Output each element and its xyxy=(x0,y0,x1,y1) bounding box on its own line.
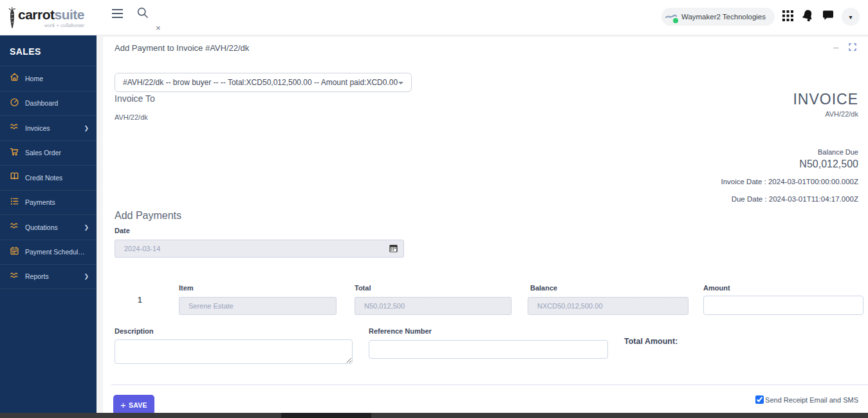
footer-divider xyxy=(111,385,868,385)
balance-due-label: Balance Due xyxy=(818,148,858,156)
quotations-icon xyxy=(10,221,19,233)
chat-icon[interactable] xyxy=(822,10,835,24)
add-payment-card: Add Payment to Invoice #AVH/22/dk – #AVH… xyxy=(103,37,868,413)
invoice-date: Invoice Date : 2024-03-01T00:00:00.000Z xyxy=(721,178,858,185)
search-icon[interactable] xyxy=(136,6,149,21)
company-chip[interactable]: Waymaker2 Technologies xyxy=(661,8,775,26)
invoice-ref: AVH/22/dk xyxy=(825,110,858,118)
scrollbar-thumb[interactable] xyxy=(281,413,371,418)
sidebar: SALES Home Dashboard Invoices Sales Orde… xyxy=(0,35,97,418)
payments-list-icon xyxy=(10,196,19,209)
menu-icon[interactable] xyxy=(111,8,124,21)
minimize-icon[interactable]: – xyxy=(833,42,838,52)
bell-icon[interactable] xyxy=(801,9,815,24)
online-dot xyxy=(673,18,678,23)
amount-input[interactable] xyxy=(703,296,863,315)
item-input xyxy=(179,297,337,315)
tab-close-icon[interactable]: × xyxy=(156,23,161,33)
sidebar-section-title: SALES xyxy=(0,35,97,57)
sidebar-item-quotations[interactable]: Quotations xyxy=(0,214,97,240)
brand-name: carrotsuite xyxy=(18,7,84,23)
reports-icon xyxy=(10,271,19,283)
column-header-balance: Balance xyxy=(530,284,557,292)
invoice-heading: INVOICE xyxy=(793,91,858,108)
sidebar-item-invoices[interactable]: Invoices xyxy=(0,115,97,140)
chevron-right-icon xyxy=(84,224,89,231)
sidebar-item-payments[interactable]: Payments xyxy=(0,190,97,215)
chevron-right-icon xyxy=(84,273,89,280)
payment-schedule-calendar-icon xyxy=(10,246,19,258)
expand-icon[interactable] xyxy=(849,43,856,53)
sidebar-item-credit-notes[interactable]: Credit Notes xyxy=(0,165,97,190)
send-receipt-option: Send Receipt Email and SMS xyxy=(755,395,858,404)
invoice-to-label: Invoice To xyxy=(115,93,155,104)
balance-due-value: N50,012,500 xyxy=(799,158,858,170)
sidebar-item-sales-order[interactable]: Sales Order xyxy=(0,140,97,166)
invoices-icon xyxy=(10,122,19,134)
top-bar: carrotsuite work + collaborate × Waymake… xyxy=(0,0,868,35)
invoice-select[interactable]: #AVH/22/dk -- brow buyer -- -- Total:XCD… xyxy=(115,73,412,92)
balance-input xyxy=(528,297,688,315)
sidebar-menu: Home Dashboard Invoices Sales Order Cred… xyxy=(0,66,97,289)
sidebar-item-reports[interactable]: Reports xyxy=(0,264,97,289)
invoice-to-value: AVH/22/dk xyxy=(115,113,148,121)
chevron-right-icon xyxy=(84,125,89,131)
horizontal-scrollbar[interactable] xyxy=(0,413,868,418)
reference-number-label: Reference Number xyxy=(369,327,432,335)
brand-tagline: work + collaborate xyxy=(44,23,84,28)
line-row-number: 1 xyxy=(138,296,142,305)
date-label: Date xyxy=(115,227,130,234)
company-avatar xyxy=(665,10,678,23)
home-icon xyxy=(10,72,19,84)
company-name: Waymaker2 Technologies xyxy=(681,13,766,21)
description-label: Description xyxy=(115,327,154,335)
total-amount-label: Total Amount: xyxy=(624,337,678,346)
description-textarea[interactable] xyxy=(115,339,353,364)
page-title: Add Payment to Invoice #AVH/22/dk xyxy=(115,43,249,53)
apps-grid-icon[interactable] xyxy=(782,10,794,24)
main-content: Add Payment to Invoice #AVH/22/dk – #AVH… xyxy=(97,35,868,418)
column-header-item: Item xyxy=(179,284,194,292)
sidebar-item-dashboard[interactable]: Dashboard xyxy=(0,91,97,116)
sales-order-cart-icon xyxy=(10,147,19,159)
date-input[interactable] xyxy=(115,240,404,258)
reference-number-input[interactable] xyxy=(369,340,608,359)
send-receipt-checkbox[interactable] xyxy=(755,395,764,404)
app-logo: carrotsuite work + collaborate xyxy=(8,7,84,32)
credit-notes-book-icon xyxy=(10,171,19,184)
send-receipt-label: Send Receipt Email and SMS xyxy=(765,396,858,404)
sidebar-item-payment-schedule[interactable]: Payment Schedule... xyxy=(0,240,97,265)
plus-icon: + xyxy=(120,400,126,410)
add-payments-title: Add Payments xyxy=(115,210,181,222)
column-header-amount: Amount xyxy=(703,284,730,292)
dashboard-icon xyxy=(10,97,19,109)
save-button[interactable]: + SAVE xyxy=(113,395,154,415)
carrot-logo-icon xyxy=(8,7,17,32)
calendar-icon[interactable] xyxy=(389,243,398,256)
due-date: Due Date : 2024-03-01T11:04:17.000Z xyxy=(732,195,858,203)
total-input xyxy=(355,297,512,315)
column-header-total: Total xyxy=(355,284,371,292)
sidebar-item-home[interactable]: Home xyxy=(0,66,97,91)
account-caret-icon[interactable]: ▾ xyxy=(842,8,860,26)
